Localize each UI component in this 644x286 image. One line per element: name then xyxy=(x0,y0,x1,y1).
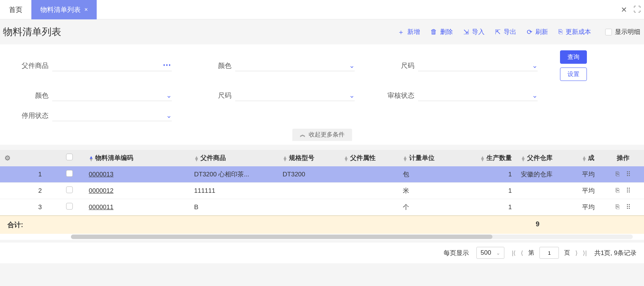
update-cost-button[interactable]: ⎘更新成本 xyxy=(559,28,591,36)
page-last-icon[interactable]: ⟩| xyxy=(583,249,587,257)
cost-icon: ⎘ xyxy=(559,28,563,36)
table-row[interactable]: 10000013DT3200 心相印茶...DT3200包1安徽的仓库平均⎘⠿ xyxy=(0,166,644,183)
per-page-value: 500 xyxy=(480,249,491,257)
col-parent-attr[interactable]: ▲▼父件属性 xyxy=(339,150,398,166)
filter-audit-status-label: 审核状态 xyxy=(377,91,418,100)
cell-parent-product: DT3200 心相印茶... xyxy=(190,166,278,183)
page-next-icon[interactable]: ⟩ xyxy=(575,249,578,257)
fullscreen-icon[interactable]: ⛶ xyxy=(631,3,644,16)
cell-spec: DT3200 xyxy=(278,166,339,183)
refresh-button[interactable]: ⟳刷新 xyxy=(527,28,548,36)
import-button[interactable]: ⇲导入 xyxy=(463,28,485,36)
close-all-icon[interactable]: ✕ xyxy=(617,3,631,16)
gear-icon[interactable]: ⚙ xyxy=(4,154,10,162)
add-button[interactable]: ＋新增 xyxy=(398,28,420,37)
chevron-up-icon: ︽ xyxy=(300,131,306,139)
refresh-label: 刷新 xyxy=(535,28,548,36)
page-title: 物料清单列表 xyxy=(0,25,61,38)
cell-parent-product: B xyxy=(190,199,278,216)
import-label: 导入 xyxy=(472,28,485,36)
page-go-label2: 页 xyxy=(564,249,570,257)
chevron-down-icon: ⌄ xyxy=(532,91,538,100)
view-icon[interactable]: ⎘ xyxy=(616,170,619,178)
tab-tools: ✕ ⛶ xyxy=(617,3,644,16)
cell-warehouse xyxy=(516,199,578,216)
chevron-down-icon: ⌄ xyxy=(496,250,500,256)
bom-code-link[interactable]: 0000012 xyxy=(89,187,113,194)
filter-parent-product-input[interactable]: ⋯ xyxy=(52,60,172,71)
collapse-label: 收起更多条件 xyxy=(309,131,345,139)
row-checkbox[interactable] xyxy=(66,203,73,210)
more-icon[interactable]: ⠿ xyxy=(626,203,631,211)
setting-button[interactable]: 设置 xyxy=(560,67,587,81)
col-parent-warehouse[interactable]: ▲▼父件仓库 xyxy=(516,150,578,166)
table-row[interactable]: 30000011B个1平均⎘⠿ xyxy=(0,199,644,216)
tab-label: 物料清单列表 xyxy=(40,5,81,14)
horizontal-scrollbar[interactable] xyxy=(0,234,644,240)
chevron-down-icon: ⌄ xyxy=(166,91,172,100)
col-cut[interactable]: ▲▼成 xyxy=(578,150,602,166)
cell-cut: 平均 xyxy=(578,166,602,183)
filter-size2-input[interactable]: ⌄ xyxy=(235,90,355,101)
chevron-down-icon: ⌄ xyxy=(532,62,538,70)
chevron-down-icon: ⌄ xyxy=(349,62,355,70)
export-label: 导出 xyxy=(504,28,516,36)
pagination: 每页显示 500⌄ |⟨ ⟨ 第 页 ⟩ ⟩| 共1页, 9条记录 xyxy=(0,242,644,263)
tab-bom-list[interactable]: 物料清单列表 × xyxy=(31,0,97,19)
page-go-label1: 第 xyxy=(528,249,534,257)
total-label: 合计: xyxy=(0,216,73,234)
filter-size1-input[interactable]: ⌄ xyxy=(418,60,538,71)
filter-audit-status-input[interactable]: ⌄ xyxy=(418,90,538,101)
row-checkbox[interactable] xyxy=(66,186,73,193)
cell-cut: 平均 xyxy=(578,183,602,199)
data-table: ⚙ ▲▼物料清单编码 ▲▼父件商品 ▲▼规格型号 ▲▼父件属性 ▲▼计量单位 ▲… xyxy=(0,150,644,240)
more-icon[interactable]: ⠿ xyxy=(626,170,631,178)
update-cost-label: 更新成本 xyxy=(566,28,591,36)
checkbox-icon[interactable] xyxy=(605,29,612,35)
cell-spec xyxy=(278,183,339,199)
cell-warehouse xyxy=(516,183,578,199)
close-icon[interactable]: × xyxy=(84,6,88,13)
table-row[interactable]: 20000012111111米1平均⎘⠿ xyxy=(0,183,644,199)
show-detail-label: 显示明细 xyxy=(615,28,640,36)
delete-button[interactable]: 🗑删除 xyxy=(430,28,453,36)
col-bom-code[interactable]: ▲▼物料清单编码 xyxy=(84,150,190,166)
view-icon[interactable]: ⎘ xyxy=(616,187,619,195)
tab-home[interactable]: 首页 xyxy=(0,0,31,19)
col-unit[interactable]: ▲▼计量单位 xyxy=(398,150,457,166)
cell-attr xyxy=(339,199,398,216)
col-parent-product[interactable]: ▲▼父件商品 xyxy=(190,150,278,166)
plus-icon: ＋ xyxy=(398,28,404,37)
query-button[interactable]: 查询 xyxy=(560,50,587,64)
export-button[interactable]: ⇱导出 xyxy=(495,28,516,36)
cell-qty: 1 xyxy=(457,166,516,183)
filter-stop-status-label: 停用状态 xyxy=(11,111,52,120)
page-header: 物料清单列表 ＋新增 🗑删除 ⇲导入 ⇱导出 ⟳刷新 ⎘更新成本 显示明细 xyxy=(0,19,644,44)
more-icon[interactable]: ⋯ xyxy=(163,60,172,70)
col-spec[interactable]: ▲▼规格型号 xyxy=(278,150,339,166)
import-icon: ⇲ xyxy=(463,28,469,36)
per-page-select[interactable]: 500⌄ xyxy=(476,247,504,259)
filter-stop-status-input[interactable]: ⌄ xyxy=(52,110,172,121)
show-detail-toggle[interactable]: 显示明细 xyxy=(605,28,640,36)
total-qty: 9 xyxy=(73,216,644,234)
page-first-icon[interactable]: |⟨ xyxy=(512,249,516,257)
filter-size2-label: 尺码 xyxy=(194,91,235,100)
filter-color1-label: 颜色 xyxy=(194,61,235,70)
more-icon[interactable]: ⠿ xyxy=(626,187,631,195)
cell-qty: 1 xyxy=(457,183,516,199)
select-all-checkbox[interactable] xyxy=(66,154,73,160)
filter-color2-input[interactable]: ⌄ xyxy=(52,90,172,101)
bom-code-link[interactable]: 0000011 xyxy=(89,204,113,211)
toolbar-actions: ＋新增 🗑删除 ⇲导入 ⇱导出 ⟳刷新 ⎘更新成本 显示明细 xyxy=(398,28,640,37)
refresh-icon: ⟳ xyxy=(527,28,532,36)
filter-size1-label: 尺码 xyxy=(377,61,418,70)
page-prev-icon[interactable]: ⟨ xyxy=(521,249,523,257)
filter-color1-input[interactable]: ⌄ xyxy=(235,60,355,71)
bom-code-link[interactable]: 0000013 xyxy=(89,171,113,178)
col-prod-qty[interactable]: ▲▼生产数量 xyxy=(457,150,516,166)
view-icon[interactable]: ⎘ xyxy=(616,203,619,211)
row-checkbox[interactable] xyxy=(66,170,73,177)
page-input[interactable] xyxy=(539,247,559,259)
collapse-filters-button[interactable]: ︽ 收起更多条件 xyxy=(292,129,352,141)
